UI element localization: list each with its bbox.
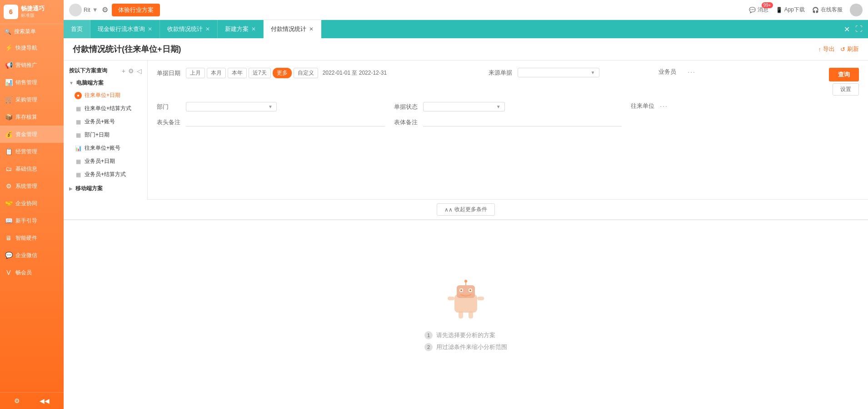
scheme-grid-icon: ▦ xyxy=(75,131,82,139)
topbar-right: 💬 消息 99+ 📱 App下载 🎧 在线客服 xyxy=(749,4,863,16)
tab-new-scheme[interactable]: 新建方案 ✕ xyxy=(218,20,264,38)
body-remark-input[interactable] xyxy=(423,118,622,126)
sidebar-item-marketing[interactable]: 📢 营销推广 xyxy=(0,56,64,74)
scheme-item-1[interactable]: ▦ 往来单位+结算方式 xyxy=(64,102,147,115)
export-btn[interactable]: ↑ 导出 xyxy=(818,45,835,53)
scheme-group-pc-header[interactable]: ▼ 电脑端方案 xyxy=(64,77,147,89)
scheme-item-5[interactable]: ▦ 业务员+日期 xyxy=(64,155,147,168)
docstatus-label: 单据状态 xyxy=(394,103,419,111)
date-range: 2022-01-01 至 2022-12-31 xyxy=(323,69,387,77)
sidebar: 6 畅捷通巧 标准版 🔍 搜索菜单 ⚡ 快捷导航 📢 营销推广 📊 销售管理 xyxy=(0,0,64,409)
scheme-grid-icon: ▦ xyxy=(75,118,82,126)
collapse-conditions-btn[interactable]: ∧∧ 收起更多条件 xyxy=(437,203,495,216)
filter-row-1: 单据日期 上月 本月 本年 近7天 更多 自定义 xyxy=(157,68,859,96)
scheme-group-mobile-header[interactable]: ▶ 移动端方案 xyxy=(64,183,147,194)
system-icon: ⚙ xyxy=(5,182,13,190)
scheme-collapse-btn[interactable]: ◁ xyxy=(137,67,142,75)
sidebar-item-inventory[interactable]: 📦 库存核算 xyxy=(0,108,64,126)
refresh-btn[interactable]: ↺ 刷新 xyxy=(840,45,859,53)
empty-state: 1 请先选择要分析的方案 2 用过滤条件来缩小分析范围 xyxy=(64,220,868,409)
page-title: 付款情况统计(往来单位+日期) xyxy=(73,44,181,55)
sidebar-item-sales[interactable]: 📊 销售管理 xyxy=(0,74,64,91)
svg-rect-8 xyxy=(459,311,463,318)
docstatus-select[interactable]: ▼ xyxy=(423,102,505,111)
guide-icon: 📖 xyxy=(5,217,13,225)
sidebar-item-hardware[interactable]: 🖥 智能硬件 xyxy=(0,229,64,247)
body-remark-label: 表体备注 xyxy=(394,118,419,126)
date-btn-more[interactable]: 更多 xyxy=(273,68,292,78)
partner-more-icon[interactable]: ··· xyxy=(660,102,668,110)
dept-select[interactable]: ▼ xyxy=(186,102,277,111)
sidebar-item-purchase[interactable]: 🛒 采购管理 xyxy=(0,91,64,108)
export-icon: ↑ xyxy=(818,46,822,53)
message-icon: 💬 xyxy=(749,7,756,13)
operation-icon: 📋 xyxy=(5,147,13,156)
tab-home[interactable]: 首页 xyxy=(64,20,90,38)
filter-group: 按以下方案查询 + ⚙ ◁ ▼ 电脑端方案 xyxy=(64,61,868,220)
sidebar-item-member[interactable]: V 畅会员 xyxy=(0,264,64,281)
sidebar-item-shortcuts[interactable]: ⚡ 快捷导航 xyxy=(0,39,64,56)
scheme-item-6[interactable]: ▦ 业务员+结算方式 xyxy=(64,168,147,181)
service-icon: 🎧 xyxy=(812,7,819,13)
scheme-item-3[interactable]: ▦ 部门+日期 xyxy=(64,128,147,141)
tab-close-bank[interactable]: ✕ xyxy=(148,26,152,32)
date-btn-7days[interactable]: 近7天 xyxy=(249,68,271,78)
scheme-group-mobile: ▶ 移动端方案 xyxy=(64,183,147,194)
sidebar-collapse-btn[interactable]: ◀◀ xyxy=(40,397,50,404)
dropdown-arrow-icon[interactable]: ▼ xyxy=(92,6,98,13)
tab-close-new-scheme[interactable]: ✕ xyxy=(251,26,256,32)
online-service-btn[interactable]: 🎧 在线客服 xyxy=(812,6,843,14)
sidebar-item-finance[interactable]: 💰 资金管理 xyxy=(0,126,64,143)
date-btn-custom[interactable]: 自定义 xyxy=(294,68,318,78)
svg-point-5 xyxy=(469,289,471,291)
app-download-btn[interactable]: 📱 App下载 xyxy=(776,6,805,14)
sidebar-item-guide[interactable]: 📖 新手引导 xyxy=(0,212,64,229)
tab-close-payment[interactable]: ✕ xyxy=(309,26,314,32)
sidebar-item-operation[interactable]: 📋 经营管理 xyxy=(0,143,64,160)
header-remark-input[interactable] xyxy=(186,118,385,126)
source-select[interactable]: ▼ xyxy=(518,68,599,77)
add-scheme-btn[interactable]: + xyxy=(122,67,125,75)
sidebar-item-system[interactable]: ⚙ 系统管理 xyxy=(0,177,64,195)
sidebar-settings-btn[interactable]: ⚙ xyxy=(14,397,20,404)
message-btn[interactable]: 💬 消息 99+ xyxy=(749,6,768,14)
tab-bank[interactable]: 现金银行流水查询 ✕ xyxy=(90,20,160,38)
date-shortcuts: 上月 本月 本年 近7天 更多 自定义 xyxy=(186,68,318,78)
expand-btn[interactable]: ⛶ xyxy=(853,25,864,33)
filter-row-3: 表头备注 表体备注 xyxy=(157,118,859,126)
tab-payment[interactable]: 付款情况统计 ✕ xyxy=(264,20,321,38)
settings-btn[interactable]: 设置 xyxy=(833,83,859,96)
scheme-grid-icon: ▦ xyxy=(75,158,82,165)
close-all-tabs-btn[interactable]: ✕ xyxy=(842,25,852,34)
scheme-item-0[interactable]: ● 往来单位+日期 xyxy=(64,89,147,102)
tab-close-receipts[interactable]: ✕ xyxy=(205,26,210,32)
date-btn-thisyear[interactable]: 本年 xyxy=(228,68,247,78)
group-arrow-icon: ▶ xyxy=(69,186,73,191)
scheme-item-4[interactable]: 📊 往来单位+账号 xyxy=(64,141,147,155)
sidebar-item-wechat[interactable]: 💬 企业微信 xyxy=(0,247,64,264)
date-btn-thismonth[interactable]: 本月 xyxy=(207,68,226,78)
sidebar-item-basic[interactable]: 🗂 基础信息 xyxy=(0,160,64,177)
salesperson-more-icon[interactable]: ··· xyxy=(688,68,696,76)
search-menu[interactable]: 🔍 搜索菜单 xyxy=(0,24,64,39)
sidebar-item-cooperation[interactable]: 🤝 企业协同 xyxy=(0,195,64,212)
filter-row-2: 部门 ▼ 单据状态 ▼ xyxy=(157,102,859,111)
logo-icon: 6 xyxy=(4,5,18,19)
topbar-left: Rit ▼ ⚙ 体验行业方案 xyxy=(69,4,160,16)
logo-text: 畅捷通巧 标准版 xyxy=(21,5,45,19)
date-btn-lastmonth[interactable]: 上月 xyxy=(186,68,205,78)
member-icon: V xyxy=(5,268,13,277)
svg-rect-7 xyxy=(477,297,484,300)
svg-point-11 xyxy=(464,280,467,283)
scheme-settings-btn[interactable]: ⚙ xyxy=(128,67,134,75)
query-btn[interactable]: 查询 xyxy=(829,68,859,81)
user-area: Rit ▼ xyxy=(69,4,98,16)
trial-btn[interactable]: 体验行业方案 xyxy=(112,4,160,16)
salesperson-label: 业务员 xyxy=(658,68,684,76)
group-arrow-icon: ▼ xyxy=(69,81,74,86)
basic-icon: 🗂 xyxy=(5,165,13,173)
tab-receipts[interactable]: 收款情况统计 ✕ xyxy=(160,20,218,38)
topbar-settings-icon[interactable]: ⚙ xyxy=(102,5,108,14)
header-remark-label: 表头备注 xyxy=(157,118,182,126)
scheme-item-2[interactable]: ▦ 业务员+账号 xyxy=(64,115,147,128)
